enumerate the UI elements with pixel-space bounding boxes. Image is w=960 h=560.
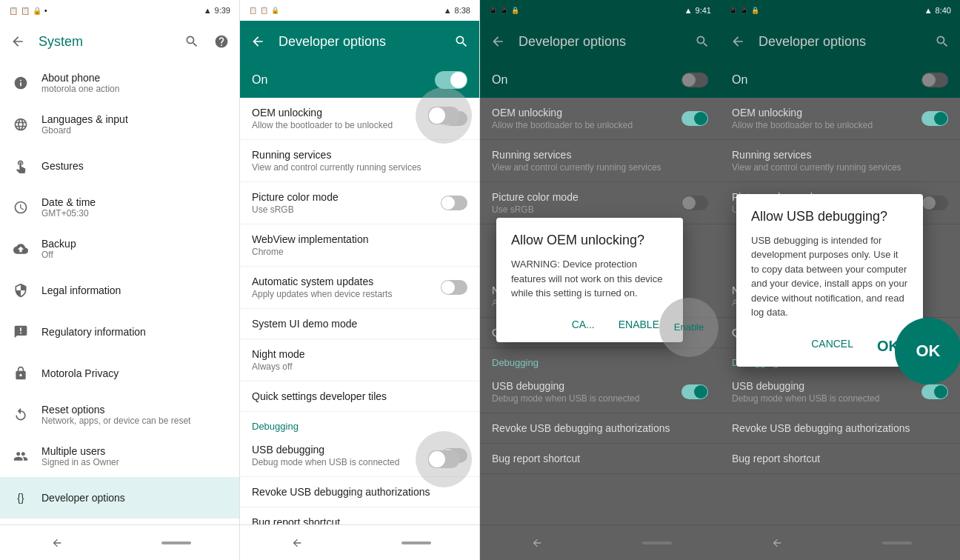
sidebar-item-languages[interactable]: Languages & input Gboard [0,104,239,145]
setting-auto-updates[interactable]: Automatic system updates Apply updates w… [240,267,479,309]
bug-report-title: Bug report shortcut [252,516,467,524]
nav-list: About phone motorola one action Language… [0,62,239,524]
backup-text: Backup Off [41,238,76,260]
setting-webview[interactable]: WebView implementation Chrome [240,224,479,267]
lock-icon: 🔒 [33,7,41,15]
usb-dialog-body: USB debugging is intended for developmen… [751,233,908,320]
panel-system-settings: 📋 📋 🔒 • ▲ 9:39 System About phone [0,0,240,560]
running-services-sub: View and control currently running servi… [252,162,467,173]
usb-toggle-knob-h [429,451,445,467]
languages-sub: Gboard [41,125,128,136]
help-button[interactable] [213,33,230,50]
system-ui-title: System UI demo mode [252,318,467,330]
sidebar-item-reset[interactable]: Reset options Network, apps, or device c… [0,394,239,436]
legal-icon [12,281,30,299]
usb-debug-text: USB debugging Debug mode when USB is con… [252,444,399,467]
oem-circle-highlight [416,87,472,144]
usb-debug-sub: Debug mode when USB is connected [252,457,399,467]
webview-title: WebView implementation [252,233,467,245]
panel-developer-options: 📋📋🔒 ▲ 8:38 Developer options On OEM unlo… [240,0,480,560]
usb-cancel-button[interactable]: Cancel [802,332,862,361]
on-toggle-2[interactable] [435,71,467,89]
picture-text: Picture color mode Use sRGB [252,191,339,215]
enable-btn-highlighted[interactable]: Enable [674,321,704,333]
regulatory-text: Regulatory information [41,326,146,338]
sidebar-item-about-phone[interactable]: About phone motorola one action [0,62,239,104]
home-indicator-2 [401,541,431,544]
panel-usb-dialog: 📱📱🔒 ▲ 8:40 Developer options On OEM unlo… [720,0,960,560]
developer-text: Developer options [41,492,125,504]
auto-updates-title: Automatic system updates [252,276,392,287]
time-icon [12,199,30,216]
about-phone-text: About phone motorola one action [41,72,119,94]
auto-updates-sub: Apply updates when device restarts [252,289,392,299]
back-button-2[interactable] [249,33,267,50]
app-bar-dev-options: Developer options [240,21,479,62]
back-nav-2[interactable] [288,534,306,552]
sidebar-item-regulatory[interactable]: Regulatory information [0,311,239,353]
setting-picture-color[interactable]: Picture color mode Use sRGB [240,182,479,224]
picture-toggle[interactable] [441,196,467,210]
setting-bug-report[interactable]: Bug report shortcut [240,507,479,524]
oem-cancel-button[interactable]: Ca... [563,313,604,336]
wifi-icon: ▲ [204,6,212,15]
setting-running-services[interactable]: Running services View and control curren… [240,140,479,182]
revoke-usb-title: Revoke USB debugging authorizations [252,486,467,498]
setting-night-mode[interactable]: Night mode Always off [240,339,479,381]
app-title-system: System [39,34,171,50]
setting-quick-tiles[interactable]: Quick settings developer tiles [240,381,479,412]
search-button-2[interactable] [453,33,470,50]
date-time-sub: GMT+05:30 [41,208,96,219]
usb-dialog-actions: Cancel OK [751,332,908,361]
setting-system-ui-demo[interactable]: System UI demo mode [240,309,479,339]
auto-updates-row: Automatic system updates Apply updates w… [252,276,467,299]
status-bar-2: 📋📋🔒 ▲ 8:38 [240,0,479,21]
ok-btn-highlighted[interactable]: OK [916,341,941,361]
usb-toggle-highlighted[interactable] [428,450,459,468]
sidebar-item-date-time[interactable]: Date & time GMT+05:30 [0,187,239,228]
about-phone-label: About phone [41,72,119,84]
toggle-knob-on-2 [450,72,467,88]
running-services-title: Running services [252,149,467,161]
sidebar-item-legal[interactable]: Legal information [0,270,239,311]
sidebar-item-gestures[interactable]: Gestures [0,145,239,187]
usb-dialog-overlay: Allow USB debugging? USB debugging is in… [720,0,960,560]
users-icon [12,447,30,465]
usb-debug-title: USB debugging [252,444,399,456]
oem-text: OEM unlocking Allow the bootloader to be… [252,107,393,130]
back-button-1[interactable] [9,33,27,50]
languages-text: Languages & input Gboard [41,113,128,136]
sidebar-item-motorola-privacy[interactable]: Motorola Privacy [0,353,239,394]
status-right-1: ▲ 9:39 [204,6,230,15]
about-icon [12,74,30,92]
oem-title: OEM unlocking [252,107,393,119]
dev-options-title: Developer options [279,34,441,50]
users-sub: Signed in as Owner [41,457,119,467]
bottom-nav-2 [240,524,479,560]
sidebar-item-developer[interactable]: {} Developer options [0,477,239,519]
oem-dialog-overlay: Allow OEM unlocking? WARNING: Device pro… [480,0,720,560]
picture-title: Picture color mode [252,191,339,203]
picture-row: Picture color mode Use sRGB [252,191,467,215]
oem-toggle-highlighted[interactable] [428,107,459,124]
users-label: Multiple users [41,445,119,457]
search-button-1[interactable] [183,33,201,50]
reset-label: Reset options [41,404,190,416]
sidebar-item-users[interactable]: Multiple users Signed in as Owner [0,436,239,477]
oem-dialog-body: WARNING: Device protection features will… [511,257,668,301]
motorola-privacy-label: Motorola Privacy [41,367,119,379]
users-text: Multiple users Signed in as Owner [41,445,119,467]
enable-circle-highlight: Enable [659,298,719,357]
date-time-label: Date & time [41,196,96,208]
back-nav-1[interactable] [48,534,66,552]
sidebar-item-system-updates[interactable]: System updates Updated to Android 9 [0,519,239,524]
night-mode-sub-2: Always off [252,361,467,372]
oem-sub: Allow the bootloader to be unlocked [252,120,393,130]
auto-updates-text: Automatic system updates Apply updates w… [252,276,392,299]
oem-toggle-knob-h [429,107,445,124]
usb-circle-container [416,431,472,487]
auto-updates-toggle[interactable] [441,280,467,295]
sidebar-item-backup[interactable]: Backup Off [0,228,239,270]
developer-label: Developer options [41,492,125,504]
quick-tiles-title-2: Quick settings developer tiles [252,390,467,402]
